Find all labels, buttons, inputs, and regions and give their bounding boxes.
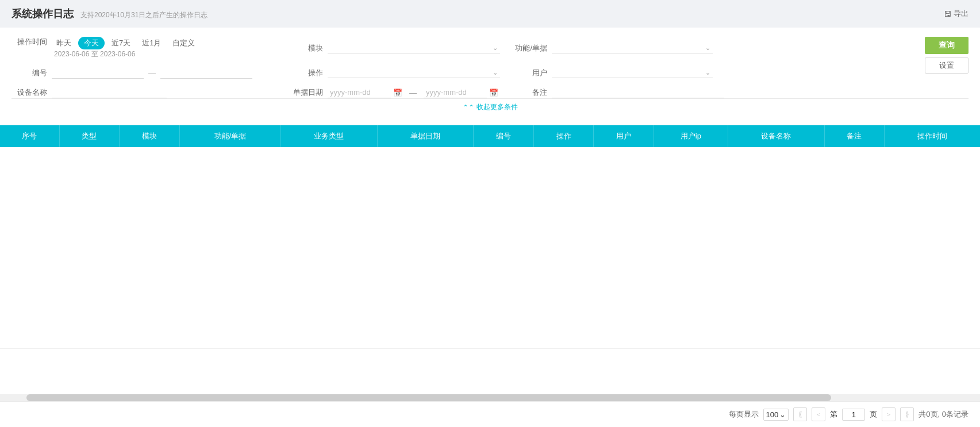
number-dash: — — [148, 69, 156, 78]
time-range-display: 2023-06-06 至 2023-06-06 — [54, 49, 199, 59]
remark-input[interactable] — [552, 87, 724, 98]
horizontal-scrollbar-thumb[interactable] — [26, 394, 831, 401]
doc-date-label: 单据日期 — [287, 87, 328, 98]
function-filter-section: 功能/单据 ⌄ — [506, 43, 913, 53]
filter-row-2: 编号 — 操作 ⌄ 用户 — [11, 67, 913, 79]
data-table: 序号 类型 模块 功能/单据 业务类型 单据日期 编号 操作 用户 用户ip 设… — [0, 125, 980, 349]
doc-date-end-input[interactable] — [424, 87, 487, 98]
last-page-button[interactable]: ⟫ — [900, 407, 914, 421]
number-filter-section: 编号 — — [11, 67, 287, 79]
user-label: 用户 — [506, 68, 552, 78]
doc-date-filter-section: 单据日期 📅 — 📅 — [287, 87, 506, 98]
col-module: 模块 — [120, 125, 179, 147]
col-remark: 备注 — [824, 125, 884, 147]
page-wrapper: 系统操作日志 支持2020年10月31日之后产生的操作日志 🖫 导出 操作时间 … — [0, 0, 980, 427]
per-page-value: 100 — [766, 410, 779, 419]
total-info: 共0页, 0条记录 — [918, 409, 969, 420]
next-page-button[interactable]: ＞ — [882, 407, 896, 421]
collapse-bar[interactable]: ⌃⌃ 收起更多条件 — [11, 98, 969, 116]
time-btn-today[interactable]: 今天 — [78, 37, 105, 49]
col-user: 用户 — [594, 125, 654, 147]
doc-date-dash: — — [409, 89, 417, 97]
doc-date-range: 📅 — 📅 — [328, 87, 498, 98]
per-page-select[interactable]: 100 ⌄ — [763, 409, 789, 421]
pagination-bar: 每页显示 100 ⌄ ⟪ ＜ 第 页 ＞ ⟫ 共0页, 0条记录 — [0, 401, 980, 427]
col-biztype: 业务类型 — [281, 125, 378, 147]
module-chevron-icon: ⌄ — [493, 44, 498, 52]
col-function: 功能/单据 — [179, 125, 280, 147]
operation-chevron-icon: ⌄ — [493, 69, 498, 76]
user-filter-section: 用户 ⌄ — [506, 68, 913, 78]
col-userip: 用户ip — [654, 125, 728, 147]
col-number: 编号 — [474, 125, 533, 147]
settings-button[interactable]: 设置 — [925, 57, 969, 74]
page-title-area: 系统操作日志 支持2020年10月31日之后产生的操作日志 — [11, 7, 207, 21]
number-label: 编号 — [11, 68, 52, 78]
operation-select[interactable]: ⌄ — [328, 68, 500, 78]
user-chevron-icon: ⌄ — [705, 69, 710, 76]
filter-main: 操作时间 昨天 今天 近7天 近1月 自定义 2023-06-06 至 2023… — [11, 37, 969, 98]
time-btn-1month[interactable]: 近1月 — [137, 37, 166, 49]
doc-date-start-input[interactable] — [328, 87, 391, 98]
col-docdate: 单据日期 — [377, 125, 474, 147]
filter-left: 操作时间 昨天 今天 近7天 近1月 自定义 2023-06-06 至 2023… — [11, 37, 913, 98]
user-select[interactable]: ⌄ — [552, 68, 713, 78]
function-chevron-icon: ⌄ — [705, 44, 710, 52]
collapse-arrow-icon: ⌃⌃ — [463, 103, 474, 111]
time-btn-yesterday[interactable]: 昨天 — [52, 37, 76, 49]
per-page-chevron-icon: ⌄ — [779, 410, 786, 419]
page-title: 系统操作日志 — [11, 7, 74, 21]
device-label: 设备名称 — [11, 87, 52, 98]
operation-label: 操作 — [287, 68, 328, 78]
table-wrapper: 序号 类型 模块 功能/单据 业务类型 单据日期 编号 操作 用户 用户ip 设… — [0, 125, 980, 394]
table-header-row: 序号 类型 模块 功能/单据 业务类型 单据日期 编号 操作 用户 用户ip 设… — [0, 125, 980, 147]
calendar-start-icon[interactable]: 📅 — [393, 89, 402, 97]
function-select[interactable]: ⌄ — [552, 43, 713, 53]
col-optime: 操作时间 — [884, 125, 980, 147]
time-btn-custom[interactable]: 自定义 — [168, 37, 199, 49]
query-button[interactable]: 查询 — [925, 37, 969, 54]
col-operation: 操作 — [533, 125, 593, 147]
horizontal-scrollbar-track[interactable] — [0, 394, 980, 401]
time-btn-group: 昨天 今天 近7天 近1月 自定义 — [52, 37, 199, 49]
filter-area: 操作时间 昨天 今天 近7天 近1月 自定义 2023-06-06 至 2023… — [0, 28, 980, 125]
device-name-input[interactable] — [52, 87, 167, 98]
remark-label: 备注 — [506, 87, 552, 98]
filter-row-3: 设备名称 单据日期 📅 — 📅 — [11, 87, 913, 98]
collapse-label: 收起更多条件 — [476, 102, 518, 112]
number-end-input[interactable] — [160, 67, 252, 79]
prev-page-button[interactable]: ＜ — [812, 407, 825, 421]
page-label: 第 — [830, 409, 837, 420]
calendar-end-icon[interactable]: 📅 — [489, 89, 498, 97]
export-button[interactable]: 🖫 导出 — [944, 9, 969, 19]
time-label: 操作时间 — [11, 37, 52, 47]
page-number-input[interactable] — [842, 409, 865, 421]
page-subtitle: 支持2020年10月31日之后产生的操作日志 — [80, 10, 207, 20]
filter-row-1: 操作时间 昨天 今天 近7天 近1月 自定义 2023-06-06 至 2023… — [11, 37, 913, 59]
export-icon: 🖫 — [944, 10, 951, 18]
page-unit: 页 — [870, 409, 877, 420]
per-page-label: 每页显示 — [729, 409, 759, 420]
col-seq: 序号 — [0, 125, 59, 147]
operation-filter-section: 操作 ⌄ — [287, 68, 506, 78]
module-filter-section: 模块 ⌄ — [287, 43, 506, 53]
filter-actions: 查询 设置 — [913, 37, 969, 74]
time-controls: 昨天 今天 近7天 近1月 自定义 2023-06-06 至 2023-06-0… — [52, 37, 199, 59]
number-start-input[interactable] — [52, 67, 144, 79]
time-btn-7days[interactable]: 近7天 — [107, 37, 135, 49]
empty-table-body — [0, 147, 980, 348]
col-device: 设备名称 — [728, 125, 824, 147]
time-filter-section: 操作时间 昨天 今天 近7天 近1月 自定义 2023-06-06 至 2023… — [11, 37, 287, 59]
page-header: 系统操作日志 支持2020年10月31日之后产生的操作日志 🖫 导出 — [0, 0, 980, 28]
remark-filter-section: 备注 — [506, 87, 913, 98]
export-label: 导出 — [954, 9, 969, 19]
device-filter-section: 设备名称 — [11, 87, 287, 98]
module-label: 模块 — [287, 43, 328, 53]
col-type: 类型 — [59, 125, 119, 147]
function-label: 功能/单据 — [506, 43, 552, 53]
module-select[interactable]: ⌄ — [328, 43, 500, 53]
first-page-button[interactable]: ⟪ — [793, 407, 807, 421]
